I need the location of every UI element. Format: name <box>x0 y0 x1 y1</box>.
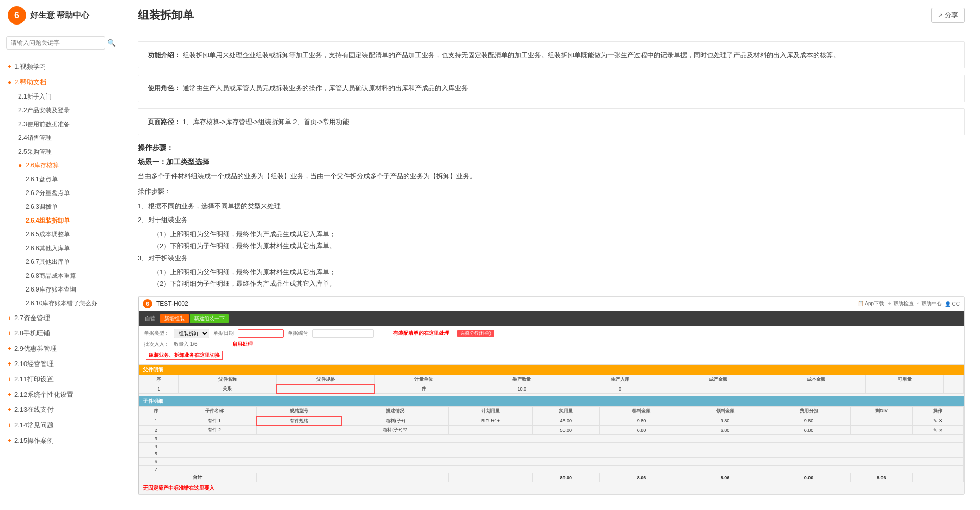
plus-icon-mgmt: + <box>8 360 11 368</box>
sidebar-item-stock262[interactable]: 2.6.2分量盘点单 <box>0 186 122 200</box>
form-date-label: 单据日期 <box>213 330 234 337</box>
lower-table-row3: 3 <box>139 435 964 443</box>
app-nav-new-btn[interactable]: 新建组装一下 <box>190 314 229 323</box>
share-label: 分享 <box>945 11 958 20</box>
sidebar-item-install[interactable]: 2.2产品安装及登录 <box>0 104 122 117</box>
search-button[interactable]: 🔍 <box>107 39 116 47</box>
sidebar-item-purchase[interactable]: 2.5采购管理 <box>0 145 122 159</box>
sidebar-item-video[interactable]: + 1.视频学习 <box>0 59 122 75</box>
app-form-area: 单据类型： 组装拆卸 单据日期 单据编号 有装配清单的在这里处理 选择分行(料单… <box>139 326 964 365</box>
sidebar-item-faq[interactable]: + 2.14常见问题 <box>0 418 122 433</box>
step2-sub1: （1）上部明细为父件明细，最终作为产成品生成其它入库单； <box>138 228 965 240</box>
sidebar-item-stock264[interactable]: 2.6.4组装拆卸单 <box>0 214 122 228</box>
annotation1-btn[interactable]: 选择分行(料单) <box>457 330 494 337</box>
sidebar-item-stock268[interactable]: 2.6.8商品成本重算 <box>0 269 122 283</box>
sidebar-item-cases[interactable]: + 2.15操作案例 <box>0 433 122 448</box>
lower-th-spec: 规格型号 <box>256 406 342 416</box>
lower-th-cost: 费用分担 <box>767 406 851 416</box>
form-order-input[interactable] <box>312 329 374 338</box>
sidebar-item-stock265[interactable]: 2.6.5成本调整单 <box>0 228 122 241</box>
scenario1-desc: 当由多个子件材料组装成一个成品的业务为【组装】业务，当由一个父件拆分成多个子产品… <box>138 170 965 182</box>
sidebar-item-mobile[interactable]: + 2.8手机旺铺 <box>0 326 122 341</box>
upper-th-produce: 生产数量 <box>473 375 571 384</box>
lower-table-row4: 4 <box>139 443 964 450</box>
role-block: 使用角色： 通常由生产人员或库管人员完成拆装业务的操作，库管人员确认原材料的出库… <box>138 75 965 102</box>
lower-th-rest: 剩DIV <box>851 406 912 416</box>
lower-r1-actual: 45.00 <box>532 416 599 426</box>
sidebar-header: 6 好生意 帮助中心 <box>0 0 122 31</box>
app-title: 好生意 帮助中心 <box>30 10 89 21</box>
upper-th-amount2: 成本金额 <box>767 375 865 384</box>
search-box[interactable]: 🔍 <box>0 31 122 55</box>
sidebar-item-print[interactable]: + 2.11打印设置 <box>0 372 122 387</box>
lower-table-row1: 1 有件 1 有件规格 领料(子+) BIFU+1+ 45.00 9.80 9.… <box>139 416 964 426</box>
lower-r2-seq: 2 <box>139 426 173 435</box>
app-topbar-id: TEST-H002 <box>156 300 188 307</box>
app-nav-self[interactable]: 自营 <box>141 314 159 323</box>
lower-r1-name: 有件 1 <box>173 416 256 426</box>
sidebar-item-prepare[interactable]: 2.3使用前数据准备 <box>0 117 122 131</box>
lower-r1-plan: BIFU+1+ <box>449 416 532 426</box>
sidebar-item-stock[interactable]: ● 2.6库存核算 <box>0 159 122 173</box>
form-order-label: 单据编号 <box>288 330 308 337</box>
sidebar-item-coupon[interactable]: + 2.9优惠券管理 <box>0 341 122 356</box>
lower-r1-amt2: 9.80 <box>683 416 767 426</box>
lower-r2-actual: 50.00 <box>532 426 599 435</box>
app-form-row2: 批次入入： 数量入 1/6 启用处理 <box>144 341 959 348</box>
total-rest: 8.06 <box>851 473 912 482</box>
lower-r3-seq: 3 <box>139 435 173 443</box>
lower-r2-op: ✎ ✕ <box>912 426 963 435</box>
sidebar-item-mgmt[interactable]: + 2.10经营管理 <box>0 356 122 372</box>
form-date-input[interactable] <box>238 329 284 338</box>
upper-th-action <box>944 375 964 384</box>
lower-table: 序 子件名称 规格型号 描述情况 计划用量 实用量 领料金额 领料金额 费用分担… <box>139 406 964 483</box>
app-nav: 自营 新增组装 新建组装一下 <box>139 311 964 326</box>
share-icon: ↗ <box>938 12 943 19</box>
total-op <box>912 473 963 482</box>
sidebar-item-new[interactable]: 2.1新手入门 <box>0 90 122 104</box>
app-topbar: 6 TEST-H002 📋 App下载 ⚠ 帮助检查 ⌂ 帮助中心 👤 CC <box>139 297 964 311</box>
share-button[interactable]: ↗ 分享 <box>931 8 965 23</box>
app-form-row1: 单据类型： 组装拆卸 单据日期 单据编号 有装配清单的在这里处理 选择分行(料单… <box>144 329 959 338</box>
steps-intro: 操作步骤： <box>138 185 965 197</box>
app-screenshot: 6 TEST-H002 📋 App下载 ⚠ 帮助检查 ⌂ 帮助中心 👤 CC 自… <box>138 297 964 495</box>
plus-icon-coupon: + <box>8 345 11 352</box>
upper-th-amount1: 成产金额 <box>669 375 767 384</box>
sidebar-item-stock269[interactable]: 2.6.9库存账本查询 <box>0 283 122 297</box>
sidebar-item-online[interactable]: + 2.13在线支付 <box>0 402 122 418</box>
sidebar-item-stock263[interactable]: 2.6.3调拨单 <box>0 200 122 214</box>
lower-table-row5: 5 <box>139 450 964 458</box>
sidebar-item-docs[interactable]: ● 2.帮助文档 <box>0 75 122 90</box>
sidebar-item-stock266[interactable]: 2.6.6其他入库单 <box>0 241 122 255</box>
lower-r7-seq: 7 <box>139 466 173 473</box>
upper-table: 序 父件名称 父件规格 计量单位 生产数量 生产入库 成产金额 成本金额 可用量 <box>139 375 964 394</box>
upper-table-header-row: 序 父件名称 父件规格 计量单位 生产数量 生产入库 成产金额 成本金额 可用量 <box>139 375 964 384</box>
search-input[interactable] <box>6 36 105 50</box>
sidebar-item-finance[interactable]: + 2.7资金管理 <box>0 310 122 326</box>
sidebar-item-custom[interactable]: + 2.12系统个性化设置 <box>0 387 122 402</box>
role-text: 通常由生产人员或库管人员完成拆装业务的操作，库管人员确认原材料的出库和产成品的入… <box>183 84 468 92</box>
page-title: 组装拆卸单 <box>138 8 194 23</box>
total-cost: 0.00 <box>767 473 851 482</box>
sidebar-item-stock2610[interactable]: 2.6.10库存账本错了怎么办 <box>0 297 122 310</box>
lower-r4-empty <box>173 443 963 450</box>
upper-th-name: 父件名称 <box>178 375 276 384</box>
total-label: 合计 <box>139 473 257 482</box>
form-type-select[interactable]: 组装拆卸 <box>174 329 209 338</box>
lower-table-header-row: 序 子件名称 规格型号 描述情况 计划用量 实用量 领料金额 领料金额 费用分担… <box>139 406 964 416</box>
app-logo-small: 6 <box>143 299 152 308</box>
sidebar-item-stock261[interactable]: 2.6.1盘点单 <box>0 173 122 186</box>
sidebar-item-video-label: 1.视频学习 <box>14 62 46 71</box>
sidebar-item-stock267[interactable]: 2.6.7其他出库单 <box>0 255 122 269</box>
logo-icon: 6 <box>8 6 26 25</box>
app-nav-new[interactable]: 新增组装 <box>160 314 189 323</box>
lower-th-name: 子件名称 <box>173 406 256 416</box>
annotation4: 组装业务、拆卸业务在这里切换 <box>146 351 223 360</box>
step3: 3、对于拆装业务 <box>138 252 965 264</box>
upper-td-unit: 件 <box>375 384 473 394</box>
sidebar-item-sales[interactable]: 2.4销售管理 <box>0 131 122 145</box>
lower-table-total: 合计 89.00 8.06 8.06 0.00 8.06 <box>139 473 964 482</box>
lower-table-row6: 6 <box>139 458 964 466</box>
lower-r2-amt1: 6.80 <box>599 426 683 435</box>
upper-td-op <box>944 384 964 394</box>
